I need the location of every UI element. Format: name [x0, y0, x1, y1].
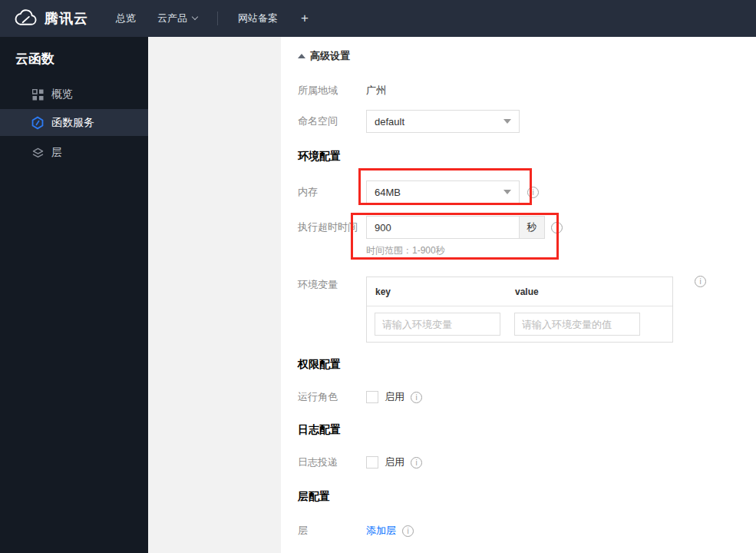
log-delivery-row: 日志投递 启用: [298, 456, 422, 469]
secondary-panel: [148, 37, 281, 553]
timeout-range-hint: 时间范围：1-900秒: [366, 244, 445, 257]
function-hexagon-icon: [31, 116, 45, 130]
chevron-down-icon: [192, 14, 198, 20]
function-config-form: 高级设置 所属地域 广州 命名空间 default 环境配置 内存 64MB 执…: [281, 37, 756, 553]
env-vars-info-icon[interactable]: [695, 276, 706, 287]
brand[interactable]: 腾讯云: [14, 9, 88, 28]
add-layer-info-icon[interactable]: [402, 525, 414, 537]
layer-config-heading: 层配置: [298, 490, 330, 504]
region-row: 所属地域 广州: [298, 79, 386, 102]
env-config-heading: 环境配置: [298, 150, 341, 164]
layer-label: 层: [298, 524, 366, 538]
namespace-label: 命名空间: [298, 114, 366, 128]
top-nav: 腾讯云 总览 云产品 网站备案 +: [0, 0, 756, 37]
brand-name: 腾讯云: [45, 9, 88, 28]
namespace-row: 命名空间 default: [298, 110, 520, 133]
sidebar-item-layer[interactable]: 层: [0, 139, 148, 167]
sidebar-item-label: 函数服务: [51, 116, 94, 130]
sidebar-title: 云函数: [15, 50, 54, 68]
memory-info-icon[interactable]: [527, 187, 539, 198]
sidebar-item-function-service[interactable]: 函数服务: [0, 109, 148, 136]
run-role-info-icon[interactable]: [411, 392, 422, 403]
run-role-checkbox[interactable]: [366, 391, 378, 403]
perm-config-heading: 权限配置: [298, 358, 341, 372]
log-delivery-label: 日志投递: [298, 455, 366, 469]
grid-icon: [31, 89, 45, 101]
layer-row: 层 添加层: [298, 525, 414, 537]
region-label: 所属地域: [298, 84, 366, 98]
nav-add-tab-button[interactable]: +: [301, 11, 309, 26]
nav-item-overview[interactable]: 总览: [116, 12, 136, 25]
run-role-enable-label: 启用: [385, 390, 404, 404]
env-value-header: value: [507, 286, 539, 297]
env-key-input[interactable]: [375, 313, 500, 336]
timeout-unit-suffix: 秒: [520, 216, 545, 239]
run-role-row: 运行角色 启用: [298, 391, 422, 403]
sidebar-item-overview[interactable]: 概览: [0, 81, 148, 108]
sidebar: 云函数 概览 函数服务 层: [0, 37, 148, 553]
nav-item-icp[interactable]: 网站备案: [238, 12, 278, 25]
env-vars-header: key value: [367, 277, 672, 306]
nav-item-products[interactable]: 云产品: [157, 12, 197, 25]
caret-down-icon: [503, 119, 511, 124]
advanced-settings-toggle[interactable]: 高级设置: [298, 49, 350, 63]
timeout-row: 执行超时时间 秒: [298, 216, 563, 239]
advanced-settings-label: 高级设置: [310, 49, 350, 63]
layers-icon: [31, 147, 45, 160]
log-config-heading: 日志配置: [298, 423, 341, 437]
timeout-label: 执行超时时间: [298, 220, 366, 234]
env-key-header: key: [367, 286, 507, 297]
namespace-select[interactable]: default: [366, 110, 520, 133]
env-vars-row: [367, 306, 672, 342]
nav-divider: [217, 12, 218, 25]
env-value-input[interactable]: [514, 313, 640, 336]
memory-row: 内存 64MB: [298, 180, 539, 204]
caret-down-icon: [503, 190, 511, 194]
timeout-input[interactable]: [366, 216, 520, 239]
log-delivery-checkbox[interactable]: [366, 456, 378, 469]
add-layer-link[interactable]: 添加层: [366, 524, 396, 538]
log-delivery-enable-label: 启用: [385, 455, 404, 469]
env-vars-table: key value: [366, 276, 673, 343]
nav-links: 总览 云产品 网站备案 +: [116, 11, 309, 26]
memory-label: 内存: [298, 185, 366, 199]
env-vars-label-wrap: 环境变量: [298, 277, 338, 292]
run-role-label: 运行角色: [298, 390, 366, 404]
triangle-up-icon: [298, 54, 305, 58]
sidebar-item-label: 层: [51, 146, 62, 160]
sidebar-item-label: 概览: [51, 88, 73, 101]
tencent-cloud-logo-icon: [14, 9, 38, 28]
memory-selected-value: 64MB: [375, 187, 401, 198]
namespace-selected-value: default: [375, 116, 404, 127]
log-delivery-info-icon[interactable]: [411, 457, 422, 469]
env-vars-label: 环境变量: [298, 279, 338, 290]
memory-select[interactable]: 64MB: [366, 180, 520, 204]
region-value: 广州: [366, 84, 386, 98]
timeout-info-icon[interactable]: [551, 222, 563, 233]
